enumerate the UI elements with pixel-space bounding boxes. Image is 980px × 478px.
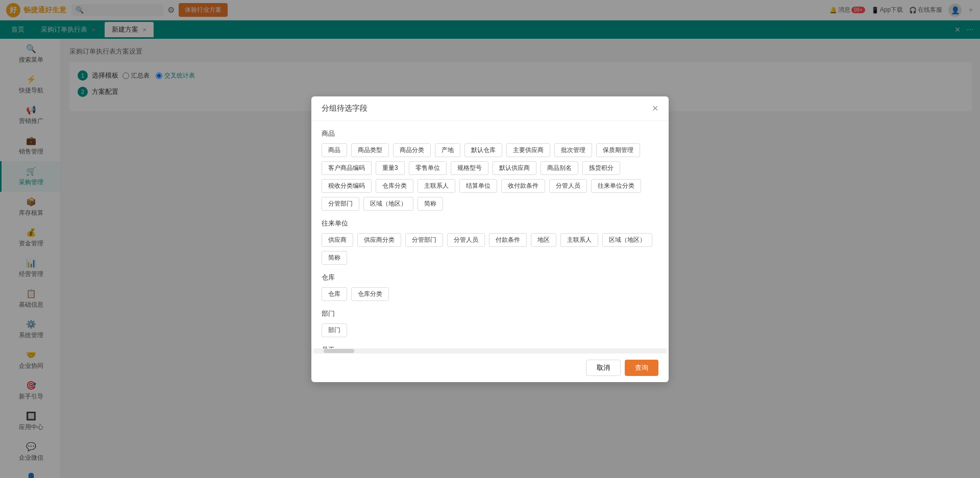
field-tag[interactable]: 区域（地区） [363, 197, 413, 211]
field-tag[interactable]: 主联系人 [560, 233, 598, 247]
section-warehouse-title: 仓库 [322, 273, 658, 282]
field-tag[interactable]: 结算单位 [459, 179, 497, 193]
field-tag[interactable]: 批次管理 [554, 143, 592, 157]
section-department-title: 部门 [322, 309, 658, 318]
section-partner: 往来单位 供应商 供应商分类 分管部门 分管人员 付款条件 地区 主联系人 区域… [322, 219, 658, 265]
field-tag[interactable]: 商品分类 [393, 143, 431, 157]
field-tag[interactable]: 地区 [531, 233, 556, 247]
cancel-button[interactable]: 取消 [586, 360, 621, 376]
section-product-title: 商品 [322, 129, 658, 138]
field-tag[interactable]: 分管部门 [322, 197, 359, 211]
field-tag[interactable]: 简称 [418, 197, 443, 211]
field-tag[interactable]: 仓库分类 [376, 179, 413, 193]
modal-hscroll [311, 348, 669, 353]
department-field-tags: 部门 [322, 323, 658, 337]
field-tag[interactable]: 产地 [435, 143, 460, 157]
field-tag[interactable]: 客户商品编码 [322, 161, 372, 175]
field-tag[interactable]: 分管人员 [447, 233, 485, 247]
field-tag[interactable]: 零售单位 [409, 161, 447, 175]
field-tag[interactable]: 仓库 [322, 287, 347, 301]
section-warehouse: 仓库 仓库 仓库分类 [322, 273, 658, 301]
section-product: 商品 商品 商品类型 商品分类 产地 默认仓库 主要供应商 批次管理 保质期管理… [322, 129, 658, 211]
field-tag[interactable]: 付款条件 [489, 233, 527, 247]
section-partner-title: 往来单位 [322, 219, 658, 228]
warehouse-field-tags: 仓库 仓库分类 [322, 287, 658, 301]
field-tag[interactable]: 拣货积分 [582, 161, 620, 175]
field-tag[interactable]: 商品类型 [351, 143, 389, 157]
field-tag[interactable]: 保质期管理 [596, 143, 640, 157]
field-tag[interactable]: 税收分类编码 [322, 179, 372, 193]
field-tag[interactable]: 往来单位分类 [591, 179, 641, 193]
modal-header: 分组待选字段 ✕ [311, 96, 669, 121]
modal-footer: 取消 查询 [311, 353, 669, 382]
product-field-tags: 商品 商品类型 商品分类 产地 默认仓库 主要供应商 批次管理 保质期管理 客户… [322, 143, 658, 211]
field-tag[interactable]: 商品 [322, 143, 347, 157]
field-tag[interactable]: 商品别名 [541, 161, 578, 175]
field-tag[interactable]: 分管部门 [405, 233, 443, 247]
field-tag[interactable]: 供应商 [322, 233, 353, 247]
field-tag[interactable]: 供应商分类 [357, 233, 401, 247]
field-tag[interactable]: 分管人员 [549, 179, 587, 193]
field-tag[interactable]: 默认仓库 [464, 143, 502, 157]
field-tag[interactable]: 区域（地区） [602, 233, 652, 247]
section-department: 部门 部门 [322, 309, 658, 337]
modal-overlay: 分组待选字段 ✕ 商品 商品 商品类型 商品分类 产地 默认仓库 主要供应商 批… [0, 0, 980, 478]
modal-body: 商品 商品 商品类型 商品分类 产地 默认仓库 主要供应商 批次管理 保质期管理… [311, 121, 669, 348]
field-tag[interactable]: 规格型号 [451, 161, 488, 175]
partner-field-tags: 供应商 供应商分类 分管部门 分管人员 付款条件 地区 主联系人 区域（地区） … [322, 233, 658, 265]
field-tag[interactable]: 简称 [322, 251, 347, 265]
field-tag[interactable]: 仓库分类 [351, 287, 389, 301]
field-tag[interactable]: 默认供应商 [493, 161, 536, 175]
field-tag[interactable]: 部门 [322, 323, 347, 337]
field-tag[interactable]: 主联系人 [418, 179, 455, 193]
modal-close-button[interactable]: ✕ [652, 104, 658, 113]
field-tag[interactable]: 主要供应商 [506, 143, 550, 157]
hscroll-thumb [324, 349, 354, 353]
field-tag[interactable]: 收付款条件 [501, 179, 545, 193]
confirm-button[interactable]: 查询 [625, 360, 658, 376]
modal-title: 分组待选字段 [322, 104, 368, 113]
field-tag[interactable]: 重量3 [376, 161, 405, 175]
field-select-modal: 分组待选字段 ✕ 商品 商品 商品类型 商品分类 产地 默认仓库 主要供应商 批… [311, 96, 669, 382]
